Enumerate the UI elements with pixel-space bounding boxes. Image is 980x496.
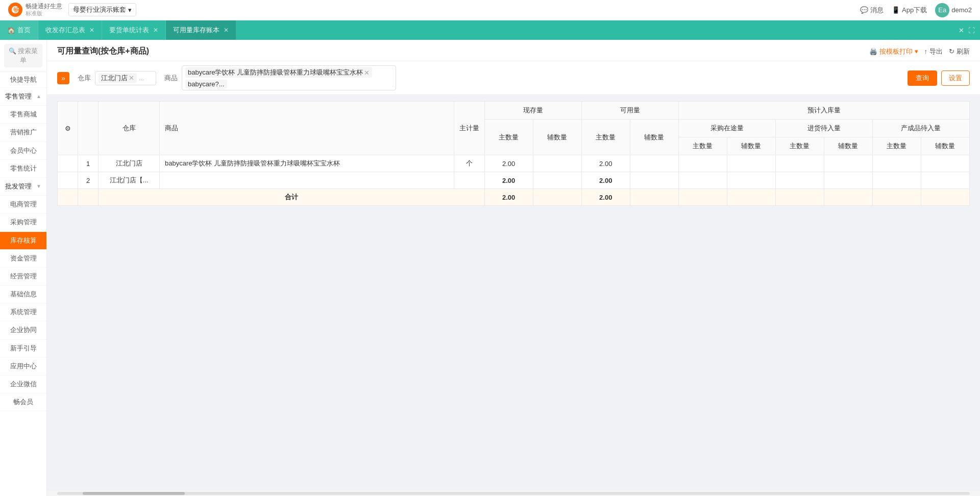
user-label: demo2 (951, 6, 972, 14)
svg-text:畅: 畅 (13, 6, 19, 13)
row2-product (160, 172, 454, 189)
export-label: 导出 (929, 47, 943, 56)
footer-production-sub (921, 189, 969, 206)
sidebar-item-vip[interactable]: 畅会员 (0, 393, 46, 411)
warehouse-more[interactable]: ... (139, 75, 144, 82)
tab-receive[interactable]: 收发存汇总表 ✕ (38, 20, 102, 40)
close-receive-icon[interactable]: ✕ (89, 27, 94, 34)
filter-actions: 查询 设置 (908, 70, 970, 86)
message-button[interactable]: 💬 消息 (860, 6, 884, 15)
tab-order-stat-label: 要货单统计表 (109, 26, 149, 35)
close-all-icon[interactable]: ✕ (959, 27, 964, 34)
base-info-label: 基础信息 (10, 290, 37, 298)
warehouse-tag-text: 江北门店 (101, 74, 128, 83)
row1-product: babycare学饮杯 儿童防摔防撞吸管杯重力球吸嘴杯宝宝水杯 (160, 155, 454, 172)
row2-gear (58, 172, 78, 189)
export-button[interactable]: ↑ 导出 (924, 47, 943, 56)
product-tag-1-remove[interactable]: ✕ (364, 69, 370, 77)
sidebar-quick-nav[interactable]: 快捷导航 (0, 72, 46, 88)
sidebar-item-enterprise-wechat[interactable]: 企业微信 (0, 375, 46, 393)
sidebar-item-marketing[interactable]: 营销推广 (0, 124, 46, 141)
sidebar-item-retail-mall[interactable]: 零售商城 (0, 106, 46, 124)
sidebar-item-guide[interactable]: 新手引导 (0, 340, 46, 358)
print-icon: 🖨️ (869, 48, 877, 55)
product-tag-1: babycare学饮杯 儿童防摔防撞吸管杯重力球吸嘴杯宝宝水杯 ✕ (185, 67, 372, 78)
retail-mall-label: 零售商城 (10, 110, 37, 118)
row2-avail-main: 2.00 (581, 172, 630, 189)
footer-incoming-main (775, 189, 824, 206)
user-area[interactable]: Ea demo2 (935, 3, 972, 17)
refresh-label: 刷新 (957, 47, 970, 56)
logo-text: 畅捷通好生意 (26, 3, 62, 10)
purchase-label: 采购管理 (10, 218, 37, 226)
product-filter-input[interactable]: babycare学饮杯 儿童防摔防撞吸管杯重力球吸嘴杯宝宝水杯 ✕ babyca… (182, 65, 396, 90)
tab-controls: ✕ ⛶ (953, 20, 980, 40)
th-purchase-transit-main: 主数量 (678, 137, 727, 155)
sidebar-item-enterprise[interactable]: 企业协同 (0, 321, 46, 339)
row2-current-sub (533, 172, 581, 189)
scroll-thumb[interactable] (83, 492, 185, 495)
system-label: 系统管理 (10, 308, 37, 316)
th-gear[interactable]: ⚙ (58, 102, 78, 155)
warehouse-tag: 江北门店 ✕ (99, 73, 137, 83)
th-purchase-transit-sub: 辅数量 (727, 137, 775, 155)
product-tag-2: babycare?... (185, 80, 227, 88)
sidebar-item-app-center[interactable]: 应用中心 (0, 358, 46, 375)
top-bar: 畅 畅捷通好生意 标准版 母婴行业演示账套 ▾ 💬 消息 📱 App下载 Ea … (0, 0, 980, 20)
refresh-button[interactable]: ↻ 刷新 (949, 47, 970, 56)
close-order-stat-icon[interactable]: ✕ (153, 27, 158, 34)
tab-available[interactable]: 可用量库存账本 ✕ (166, 20, 236, 40)
avatar: Ea (935, 3, 949, 17)
sidebar-item-wholesale-mgmt[interactable]: 批发管理 ▼ (0, 178, 46, 196)
tab-home[interactable]: 🏠 首页 (0, 20, 38, 40)
home-icon: 🏠 (7, 27, 15, 34)
close-available-icon[interactable]: ✕ (224, 27, 229, 34)
sidebar-item-retail-mgmt[interactable]: 零售管理 ▲ (0, 88, 46, 106)
marketing-label: 营销推广 (10, 128, 37, 136)
th-purchase-transit: 采购在途量 (678, 120, 775, 137)
print-dropdown-icon: ▾ (915, 48, 918, 55)
row2-warehouse: 江北门店【... (99, 172, 160, 189)
warehouse-filter-input[interactable]: 江北门店 ✕ ... (95, 71, 156, 85)
message-icon: 💬 (860, 6, 868, 14)
row2-avail-sub (630, 172, 678, 189)
th-production-pending: 产成品待入量 (872, 120, 969, 137)
guide-label: 新手引导 (10, 344, 37, 352)
footer-current-sub (533, 189, 581, 206)
industry-select[interactable]: 母婴行业演示账套 ▾ (68, 3, 136, 16)
app-download-button[interactable]: 📱 App下载 (892, 6, 927, 15)
filter-bar: » 仓库 江北门店 ✕ ... 商品 babycare学饮杯 儿童防摔防撞吸管杯… (47, 61, 980, 95)
sidebar-search-button[interactable]: 🔍 搜索菜单 (4, 44, 42, 67)
filter-expand-button[interactable]: » (57, 72, 69, 84)
sidebar-item-member[interactable]: 会员中心 (0, 142, 46, 160)
sidebar-item-ecommerce[interactable]: 电商管理 (0, 196, 46, 214)
sidebar-item-purchase[interactable]: 采购管理 (0, 214, 46, 231)
th-incoming: 进货待入量 (775, 120, 872, 137)
sidebar-item-operations[interactable]: 经营管理 (0, 268, 46, 286)
sidebar-item-base-info[interactable]: 基础信息 (0, 286, 46, 303)
print-label: 按模板打印 (879, 47, 913, 56)
row1-current-main: 2.00 (484, 155, 533, 172)
product-filter-group: 商品 babycare学饮杯 儿童防摔防撞吸管杯重力球吸嘴杯宝宝水杯 ✕ bab… (164, 65, 396, 90)
query-button[interactable]: 查询 (908, 70, 937, 86)
print-button[interactable]: 🖨️ 按模板打印 ▾ (869, 47, 918, 56)
sidebar-item-inventory[interactable]: 库存核算 (0, 232, 46, 250)
row1-purchase-main (678, 155, 727, 172)
sidebar-item-system[interactable]: 系统管理 (0, 303, 46, 321)
fullscreen-icon[interactable]: ⛶ (968, 27, 975, 34)
row2-seq: 2 (78, 172, 99, 189)
bottom-scroll (47, 490, 980, 496)
settings-button[interactable]: 设置 (941, 70, 970, 86)
row2-incoming-main (775, 172, 824, 189)
th-current-sub: 辅数量 (533, 120, 581, 155)
warehouse-tag-remove[interactable]: ✕ (129, 74, 134, 82)
warehouse-filter-label: 仓库 (78, 74, 91, 83)
sidebar-item-retail-stat[interactable]: 零售统计 (0, 160, 46, 178)
export-icon: ↑ (924, 48, 928, 55)
footer-row: 合计 2.00 2.00 (58, 189, 970, 206)
th-production-main: 主数量 (872, 137, 921, 155)
row2-unit (454, 172, 484, 189)
tab-order-stat[interactable]: 要货单统计表 ✕ (102, 20, 166, 40)
sidebar-item-finance[interactable]: 资金管理 (0, 250, 46, 268)
scroll-track[interactable] (57, 492, 970, 495)
